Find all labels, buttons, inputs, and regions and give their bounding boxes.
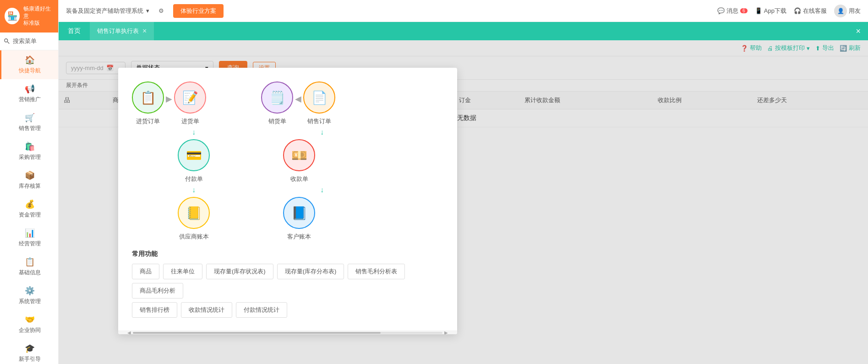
common-section: 常用功能 商品 往来单位 现存量(库存状况表) 现存量(库存分布表) 销售毛利分…	[118, 250, 457, 331]
receipt-icon: 💴	[283, 139, 315, 171]
sales-order-icon: 📄	[303, 81, 335, 114]
tab-bar: 首页 销售订单执行表 × ×	[59, 22, 868, 40]
flow-node-payment[interactable]: 💳 付款单	[178, 139, 210, 183]
flow-node-purchase-bill[interactable]: 📝 进货单	[174, 81, 206, 125]
download-icon: 📱	[755, 7, 762, 14]
sidebar-item-inventory[interactable]: 📦 库存核算	[0, 166, 58, 195]
supplier-ledger-label: 供应商账本	[179, 233, 209, 241]
sidebar-nav: 🏠 快捷导航 📢 营销推广 🛒 销售管理 🛍️ 采购管理 📦 库存核算 💰	[0, 50, 58, 364]
inventory-icon: 📦	[25, 170, 35, 180]
basic-icon: 📋	[25, 257, 35, 267]
service-icon: 🎧	[794, 7, 801, 14]
guide-icon: 🎓	[25, 343, 35, 353]
system-dropdown[interactable]: ▾	[146, 7, 149, 14]
sidebar-item-purchase[interactable]: 🛍️ 采购管理	[0, 137, 58, 166]
sidebar-item-guide[interactable]: 🎓 新手引导	[0, 339, 58, 364]
common-buttons-row2: 销售排行榜 收款情况统计 付款情况统计	[132, 302, 443, 318]
receipt-label: 收款单	[290, 175, 308, 183]
purchase-order-label: 进货订单	[136, 117, 160, 125]
online-service-button[interactable]: 🎧 在线客服	[794, 7, 827, 15]
logo[interactable]: 🏪 畅康通好生意 标准版	[0, 0, 58, 33]
sidebar-item-collab[interactable]: 🤝 企业协同	[0, 310, 58, 339]
common-btn-stock-dist[interactable]: 现存量(库存分布表)	[277, 264, 344, 279]
operations-icon: 📊	[25, 228, 35, 238]
sales-icon: 🛒	[25, 113, 35, 123]
try-button[interactable]: 体验行业方案	[173, 4, 224, 18]
topbar-right: 💬 消息 6 📱 App下载 🎧 在线客服 👤 用友	[717, 5, 861, 17]
purchase-bill-label: 进货单	[181, 117, 199, 125]
sidebar-item-marketing[interactable]: 📢 营销推广	[0, 79, 58, 108]
scrollbar-thumb	[133, 332, 381, 334]
flow-node-supplier-ledger[interactable]: 📒 供应商账本	[178, 197, 210, 241]
customer-ledger-label: 客户账本	[287, 233, 311, 241]
arrow-down-supplier: ↓	[178, 186, 210, 194]
scrollbar-track[interactable]	[133, 332, 442, 334]
flow-node-sales-bill[interactable]: 🗒️ 销货单	[261, 81, 293, 125]
home-icon: 🏠	[25, 55, 35, 65]
content-area: ❓ 帮助 🖨 按模板打印 ▾ ⬆ 导出 🔄 刷新	[59, 40, 868, 364]
arrow-sales-order-to-bill: ◀	[293, 94, 303, 104]
modal-overlay[interactable]: 📋 进货订单 ▶ 📝 进货单	[59, 40, 868, 364]
svg-line-1	[7, 42, 9, 43]
avatar: 👤	[834, 5, 847, 17]
scroll-right-icon[interactable]: ▶	[442, 329, 450, 335]
arrow-down-customer: ↓	[306, 186, 338, 194]
app-download-button[interactable]: 📱 App下载	[755, 7, 786, 15]
user-area[interactable]: 👤 用友	[834, 5, 861, 17]
common-btn-payment-stats[interactable]: 付款情况统计	[236, 302, 287, 318]
common-btn-stock-status[interactable]: 现存量(库存状况表)	[206, 264, 273, 279]
logo-icon: 🏪	[5, 8, 20, 24]
purchase-icon: 🛍️	[25, 141, 35, 152]
marketing-icon: 📢	[25, 84, 35, 94]
sales-bill-label: 销货单	[268, 117, 286, 125]
sidebar-item-system[interactable]: ⚙️ 系统管理	[0, 281, 58, 310]
sidebar-item-finance[interactable]: 💰 资金管理	[0, 195, 58, 223]
common-btn-partner[interactable]: 往来单位	[163, 264, 202, 279]
common-btn-receipt-stats[interactable]: 收款情况统计	[181, 302, 232, 318]
common-btn-sales-rank[interactable]: 销售排行榜	[132, 302, 177, 318]
sales-bill-icon: 🗒️	[261, 81, 293, 114]
system-title-area: 装备及固定资产辅助管理系统 ▾	[66, 7, 149, 15]
chevron-down-icon: ▾	[146, 7, 149, 14]
flow-node-receipt[interactable]: 💴 收款单	[283, 139, 315, 183]
sidebar-item-basic[interactable]: 📋 基础信息	[0, 252, 58, 281]
arrow-purchase-to-bill: ▶	[164, 94, 174, 104]
flow-node-customer-ledger[interactable]: 📘 客户账本	[283, 197, 315, 241]
scroll-left-icon[interactable]: ◀	[126, 329, 133, 335]
search-icon	[4, 38, 10, 44]
flow-node-sales-order[interactable]: 📄 销售订单	[303, 81, 335, 125]
system-icon: ⚙️	[25, 286, 35, 296]
sidebar-item-operations[interactable]: 📊 经营管理	[0, 223, 58, 252]
common-btn-product[interactable]: 商品	[132, 264, 159, 279]
payment-label: 付款单	[185, 175, 203, 183]
message-badge: 6	[740, 8, 748, 13]
customer-ledger-icon: 📘	[283, 197, 315, 229]
message-button[interactable]: 💬 消息 6	[717, 7, 748, 15]
sidebar-item-sales[interactable]: 🛒 销售管理	[0, 108, 58, 137]
modal-scrollbar: ◀ ▶	[118, 331, 457, 334]
main-area: 装备及固定资产辅助管理系统 ▾ ⚙ 体验行业方案 💬 消息 6 📱 App下载	[59, 0, 868, 364]
purchase-bill-icon: 📝	[174, 81, 206, 114]
common-title: 常用功能	[132, 250, 443, 258]
close-all-tabs-button[interactable]: ×	[848, 22, 868, 40]
arrow-down-receipt: ↓	[306, 128, 338, 136]
system-title: 装备及固定资产辅助管理系统	[66, 7, 143, 15]
finance-icon: 💰	[25, 199, 35, 209]
message-icon: 💬	[717, 7, 725, 14]
tab-close-icon[interactable]: ×	[142, 27, 147, 35]
payment-icon: 💳	[178, 139, 210, 171]
sidebar-item-quick[interactable]: 🏠 快捷导航	[0, 50, 58, 79]
settings-icon[interactable]: ⚙	[155, 5, 168, 17]
flow-section: 📋 进货订单 ▶ 📝 进货单	[118, 68, 457, 250]
flow-node-purchase-order[interactable]: 📋 进货订单	[132, 81, 164, 125]
common-btn-sales-margin[interactable]: 销售毛利分析表	[348, 264, 405, 279]
arrow-down-payment: ↓	[178, 128, 210, 136]
search-menu[interactable]: 搜索菜单	[0, 33, 58, 50]
common-btn-product-margin[interactable]: 商品毛利分析	[132, 283, 183, 299]
quick-nav-modal: 📋 进货订单 ▶ 📝 进货单	[118, 68, 457, 334]
tab-home[interactable]: 首页	[59, 22, 90, 40]
collab-icon: 🤝	[25, 315, 35, 325]
supplier-ledger-icon: 📒	[178, 197, 210, 229]
sidebar: 🏪 畅康通好生意 标准版 搜索菜单 🏠 快捷导航 📢 营销推广 🛒 销售管理	[0, 0, 59, 364]
tab-sales-order[interactable]: 销售订单执行表 ×	[90, 22, 154, 40]
